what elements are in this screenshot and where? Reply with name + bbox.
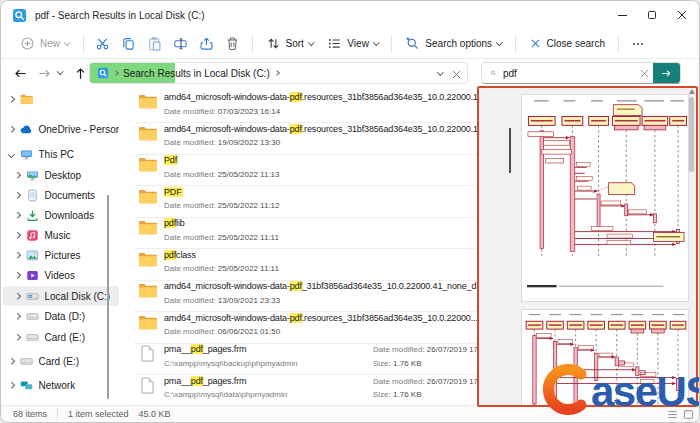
sidebar-item-this-pc[interactable]: This PC bbox=[3, 144, 119, 164]
sort-button[interactable]: Sort bbox=[259, 32, 321, 56]
file-row[interactable]: pdflib Date modified: 25/05/2022 11:11 bbox=[121, 217, 478, 248]
downloads-icon bbox=[26, 209, 39, 222]
search-input[interactable] bbox=[503, 68, 635, 79]
stop-refresh-icon[interactable] bbox=[452, 70, 461, 79]
close-search-button[interactable]: Close search bbox=[522, 32, 612, 56]
chevron-right-icon bbox=[14, 272, 20, 278]
view-button[interactable]: View bbox=[320, 32, 385, 56]
preview-scrollbar[interactable] bbox=[689, 97, 694, 172]
toolbar-separator bbox=[515, 36, 516, 52]
delete-button[interactable] bbox=[220, 32, 246, 56]
search-go-button[interactable] bbox=[653, 63, 680, 83]
chevron-right-icon bbox=[8, 358, 14, 364]
sidebar-item-network[interactable]: Network bbox=[3, 375, 119, 395]
sidebar-item-local-disk-c[interactable]: Local Disk (C:) bbox=[3, 286, 119, 306]
sidebar-item-music[interactable]: Music bbox=[3, 225, 119, 245]
selection-count: 1 item selected bbox=[68, 409, 129, 419]
search-results-folder-icon bbox=[97, 67, 109, 79]
sidebar-item-pictures[interactable]: Pictures bbox=[3, 245, 119, 265]
breadcrumb-chevron-icon bbox=[113, 70, 119, 76]
drive-icon bbox=[26, 310, 39, 323]
sidebar-scrollbar[interactable] bbox=[107, 195, 109, 399]
breadcrumb-bar[interactable]: Search Results in Local Disk (C:) bbox=[89, 62, 468, 84]
minimize-button[interactable] bbox=[607, 1, 637, 29]
search-options-button[interactable]: Search options bbox=[398, 32, 508, 56]
toolbar-separator bbox=[618, 36, 619, 52]
preview-left-scroll-mark bbox=[509, 128, 511, 173]
file-row[interactable]: PDF Date modified: 25/05/2022 11:12 bbox=[121, 186, 478, 217]
sort-label: Sort bbox=[286, 38, 304, 49]
back-arrow-icon bbox=[13, 66, 28, 81]
paste-button[interactable] bbox=[142, 32, 168, 56]
file-name: amd64_microsoft-windows-data-pdf.resourc… bbox=[164, 124, 477, 134]
more-dots-icon bbox=[631, 37, 645, 51]
share-button[interactable] bbox=[194, 32, 220, 56]
chevron-right-icon bbox=[14, 334, 20, 340]
preview-scroll-up-icon[interactable] bbox=[689, 89, 695, 94]
clear-search-button[interactable] bbox=[635, 69, 653, 78]
file-row[interactable]: amd64_microsoft-windows-data-pdf.resourc… bbox=[121, 123, 478, 154]
large-icons-view-icon[interactable] bbox=[683, 409, 694, 420]
sort-icon bbox=[266, 36, 281, 51]
minimize-icon bbox=[618, 15, 627, 16]
file-row[interactable]: amd64_microsoft-windows-data-pdf_31bf385… bbox=[121, 280, 478, 311]
file-size: Size: 1.76 KB bbox=[373, 359, 478, 368]
file-row[interactable]: amd64_microsoft-windows-data-pdf.resourc… bbox=[121, 312, 478, 343]
sidebar-item-downloads[interactable]: Downloads bbox=[3, 205, 119, 225]
sidebar-item-videos[interactable]: Videos bbox=[3, 265, 119, 285]
file-date: Date modified: 06/06/2021 01:50 bbox=[164, 327, 477, 336]
close-button[interactable] bbox=[667, 1, 697, 29]
sidebar-item-pinned-folder[interactable] bbox=[3, 89, 119, 109]
sidebar-item-data-d[interactable]: Data (D:) bbox=[3, 306, 119, 326]
file-date: Date modified: 13/09/2021 23:33 bbox=[164, 296, 477, 305]
file-row[interactable]: pma__pdf_pages.frm C:\xampp\mysql\data\p… bbox=[121, 375, 478, 406]
onedrive-cloud-icon bbox=[20, 123, 33, 136]
sidebar-item-card-e-2[interactable]: Card (E:) bbox=[3, 351, 119, 371]
back-button[interactable] bbox=[7, 61, 33, 85]
chevron-down-icon bbox=[57, 68, 63, 74]
copy-button[interactable] bbox=[116, 32, 142, 56]
cut-button[interactable] bbox=[90, 32, 116, 56]
search-box[interactable] bbox=[481, 62, 681, 84]
sidebar-item-desktop[interactable]: Desktop bbox=[3, 165, 119, 185]
preview-page-1 bbox=[521, 94, 689, 302]
copy-icon bbox=[121, 36, 136, 51]
chevron-right-icon bbox=[14, 192, 20, 198]
chevron-right-icon bbox=[14, 212, 20, 218]
toolbar-separator bbox=[252, 36, 253, 52]
file-path: C:\xampp\mysql\backup\phpmyadmin bbox=[164, 359, 372, 368]
file-row[interactable]: pma__pdf_pages.frm C:\xampp\mysql\backup… bbox=[121, 343, 478, 374]
new-button[interactable]: New bbox=[13, 32, 77, 56]
trash-icon bbox=[225, 36, 240, 51]
sidebar-item-documents[interactable]: Documents bbox=[3, 185, 119, 205]
file-name: amd64_microsoft-windows-data-pdf.resourc… bbox=[164, 313, 477, 323]
details-view-icon[interactable] bbox=[667, 409, 678, 420]
clear-x-icon bbox=[640, 69, 649, 78]
forward-arrow-icon bbox=[37, 66, 52, 81]
breadcrumb-location[interactable]: Search Results in Local Disk (C:) bbox=[123, 68, 270, 79]
rename-button[interactable] bbox=[168, 32, 194, 56]
search-highlight: pdf bbox=[290, 124, 302, 134]
folder-icon bbox=[138, 157, 158, 172]
close-search-label: Close search bbox=[547, 38, 605, 49]
chevron-down-icon bbox=[8, 151, 14, 157]
file-date: Date modified: 19/09/2022 13:30 bbox=[164, 138, 477, 147]
sidebar-item-label: Pictures bbox=[45, 250, 81, 261]
window-title: pdf - Search Results in Local Disk (C:) bbox=[35, 10, 205, 21]
file-row[interactable]: Pdf Date modified: 25/05/2022 11:13 bbox=[121, 154, 478, 185]
sidebar-item-onedrive[interactable]: OneDrive - Persona... bbox=[3, 119, 119, 139]
see-more-button[interactable] bbox=[625, 32, 651, 56]
maximize-button[interactable] bbox=[637, 1, 667, 29]
search-highlight: pdf bbox=[191, 344, 203, 354]
file-name: pdfclass bbox=[164, 250, 477, 260]
sidebar-item-card-e[interactable]: Card (E:) bbox=[3, 327, 119, 347]
file-date: Date modified: 26/07/2019 17:07 bbox=[373, 377, 478, 386]
file-row[interactable]: amd64_microsoft-windows-data-pdf.resourc… bbox=[121, 91, 478, 122]
pictures-icon bbox=[26, 249, 39, 262]
chevron-down-icon bbox=[373, 39, 379, 45]
folder-icon bbox=[138, 94, 158, 109]
address-dropdown-icon[interactable] bbox=[437, 69, 443, 75]
file-name: amd64_microsoft-windows-data-pdf_31bf385… bbox=[164, 281, 477, 291]
share-icon bbox=[199, 36, 214, 51]
file-row[interactable]: pdfclass Date modified: 25/05/2022 11:11 bbox=[121, 249, 478, 280]
